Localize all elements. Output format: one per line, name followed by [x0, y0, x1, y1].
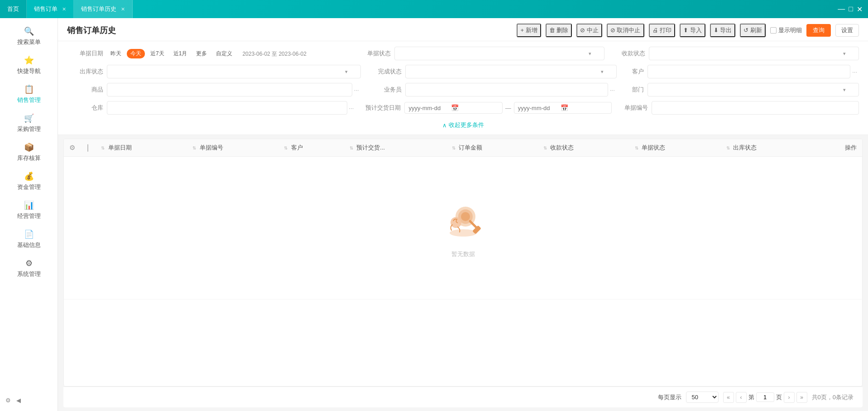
- table-settings-icon[interactable]: ⚙: [69, 144, 75, 151]
- sales-mgmt-icon: 📋: [24, 84, 34, 94]
- warehouse-status-select[interactable]: ▾: [107, 65, 361, 78]
- voucher-no-input[interactable]: [652, 101, 859, 115]
- shortcut-today[interactable]: 今天: [127, 49, 145, 58]
- page-title: 销售订单历史: [67, 25, 517, 36]
- display-toggle[interactable]: 显示明细: [770, 26, 802, 34]
- th-date-label: 单据日期: [108, 144, 132, 151]
- shortcut-custom[interactable]: 自定义: [212, 49, 236, 58]
- sidebar-item-sys-mgmt[interactable]: ⚙ 系统管理: [0, 254, 58, 283]
- import-btn[interactable]: ⬆ 导入: [680, 24, 705, 37]
- refresh-btn[interactable]: ↺ 刷新: [740, 24, 766, 37]
- tab-sales-history-close[interactable]: ✕: [121, 6, 125, 12]
- th-collection-label: 收款状态: [550, 144, 574, 151]
- tab-sales-order-label: 销售订单: [34, 5, 58, 13]
- last-page-btn[interactable]: »: [796, 392, 807, 403]
- delivery-date-end-wrapper: 📅: [514, 102, 612, 114]
- display-toggle-checkbox[interactable]: [770, 27, 777, 34]
- new-btn[interactable]: + 新增: [517, 24, 541, 37]
- sidebar-item-ops[interactable]: 📊 经营管理: [0, 196, 58, 225]
- minimize-btn[interactable]: —: [838, 5, 845, 13]
- sidebar-item-purchase-mgmt[interactable]: 🛒 采购管理: [0, 109, 58, 138]
- sidebar-settings-icon[interactable]: ⚙: [5, 397, 11, 404]
- page-num-input[interactable]: [756, 392, 774, 402]
- shortcut-1month[interactable]: 近1月: [170, 49, 191, 58]
- customer-sort-icon[interactable]: ⇅: [284, 145, 288, 150]
- quick-nav-icon: ⭐: [24, 55, 34, 65]
- tab-sales-order[interactable]: 销售订单 ✕: [27, 0, 74, 18]
- customer-label: 客户: [626, 68, 644, 76]
- delivery-sort-icon[interactable]: ⇅: [350, 145, 353, 150]
- filter-area: 单据日期 昨天 今天 近7天 近1月 更多 自定义 2023-06-02 至 2…: [58, 41, 868, 135]
- sidebar-item-sales-mgmt[interactable]: 📋 销售管理: [0, 80, 58, 109]
- sidebar-item-basic-info[interactable]: 📄 基础信息: [0, 225, 58, 254]
- status-select[interactable]: ▾: [394, 47, 604, 60]
- th-delivery-label: 预计交货...: [356, 144, 385, 151]
- prev-page-btn[interactable]: ‹: [736, 392, 747, 403]
- sidebar-collapse-icon[interactable]: ◀: [16, 397, 21, 404]
- amount-sort-icon[interactable]: ⇅: [452, 145, 456, 150]
- collapse-label: 收起更多条件: [449, 121, 484, 129]
- sidebar-item-search-menu[interactable]: 🔍 搜索菜单: [0, 22, 58, 51]
- select-all-checkbox[interactable]: [87, 144, 88, 152]
- voucher-no-label: 单据编号: [621, 104, 648, 112]
- shortcut-more[interactable]: 更多: [192, 49, 211, 58]
- export-btn[interactable]: ⬇ 导出: [710, 24, 736, 37]
- print-btn[interactable]: 🖨 打印: [649, 24, 676, 37]
- collapse-row[interactable]: ∧ 收起更多条件: [67, 119, 859, 129]
- sidebar-item-inventory[interactable]: 📦 库存核算: [0, 138, 58, 167]
- query-btn[interactable]: 查询: [806, 24, 831, 37]
- first-page-btn[interactable]: «: [723, 392, 734, 403]
- page-label: 第: [748, 393, 754, 401]
- date-label: 单据日期: [67, 49, 103, 58]
- doc-status-sort-icon[interactable]: ⇅: [635, 145, 638, 150]
- table-header: ⚙ ⇅ 单据日期 ⇅ 单据编号: [64, 139, 862, 157]
- tab-sales-history[interactable]: 销售订单历史 ✕: [74, 0, 133, 18]
- svg-point-3: [461, 212, 470, 221]
- complete-status-chevron-icon: ▾: [601, 69, 604, 75]
- warehouse-status-sort-icon[interactable]: ⇅: [726, 145, 730, 150]
- warehouse-label: 仓库: [67, 104, 103, 112]
- date-sort-icon[interactable]: ⇅: [101, 145, 105, 150]
- collection-status-select[interactable]: ▾: [649, 47, 859, 60]
- collection-sort-icon[interactable]: ⇅: [543, 145, 547, 150]
- tab-sales-order-close[interactable]: ✕: [62, 6, 66, 12]
- goods-ellipsis[interactable]: ···: [352, 87, 361, 93]
- filter-row-2: 出库状态 ▾ 完成状态 ▾ 客户: [67, 65, 859, 78]
- close-btn[interactable]: ✕: [857, 5, 863, 14]
- svg-point-0: [450, 229, 477, 237]
- warehouse-ellipsis[interactable]: ···: [347, 105, 356, 111]
- empty-state: 暂无数据: [69, 161, 857, 295]
- th-collection: ⇅ 收款状态: [538, 139, 629, 157]
- delivery-date-start[interactable]: [408, 105, 449, 111]
- sidebar-item-capital[interactable]: 💰 资金管理: [0, 167, 58, 196]
- maximize-btn[interactable]: □: [849, 5, 853, 13]
- th-date: ⇅ 单据日期: [96, 139, 187, 157]
- next-page-btn[interactable]: ›: [784, 392, 795, 403]
- shortcut-7days[interactable]: 近7天: [147, 49, 168, 58]
- salesperson-ellipsis[interactable]: ···: [608, 87, 617, 93]
- delivery-date-start-wrapper: 📅: [404, 102, 502, 114]
- per-page-select[interactable]: 10 20 50 100: [686, 392, 719, 403]
- shortcut-yesterday[interactable]: 昨天: [107, 49, 125, 58]
- date-range-text: 2023-06-02 至 2023-06-02: [242, 50, 306, 58]
- stop-btn[interactable]: ⊘ 中止: [576, 24, 602, 37]
- delivery-date-end[interactable]: [518, 105, 559, 111]
- complete-status-select[interactable]: ▾: [405, 65, 617, 78]
- th-checkbox: [82, 139, 96, 157]
- tab-home[interactable]: 首页: [0, 0, 27, 18]
- date-shortcuts: 昨天 今天 近7天 近1月 更多 自定义: [107, 49, 236, 58]
- department-select[interactable]: ▾: [647, 83, 859, 97]
- status-chevron-icon: ▾: [589, 51, 591, 57]
- customer-ellipsis[interactable]: ···: [850, 68, 859, 75]
- cancel-stop-btn[interactable]: ⊘ 取消中止: [607, 24, 644, 37]
- empty-text: 暂无数据: [451, 250, 475, 258]
- delivery-label: 预计交货日期: [364, 104, 401, 112]
- sidebar-item-quick-nav[interactable]: ⭐ 快捷导航: [0, 51, 58, 80]
- delivery-date-start-icon[interactable]: 📅: [451, 104, 459, 111]
- delivery-date-end-icon[interactable]: 📅: [561, 104, 568, 111]
- th-action-label: 操作: [845, 144, 857, 151]
- settings-btn[interactable]: 设置: [835, 24, 859, 37]
- no-sort-icon[interactable]: ⇅: [192, 145, 196, 150]
- delete-btn[interactable]: 🗑 删除: [546, 24, 572, 37]
- warehouse-status-label: 出库状态: [67, 68, 103, 76]
